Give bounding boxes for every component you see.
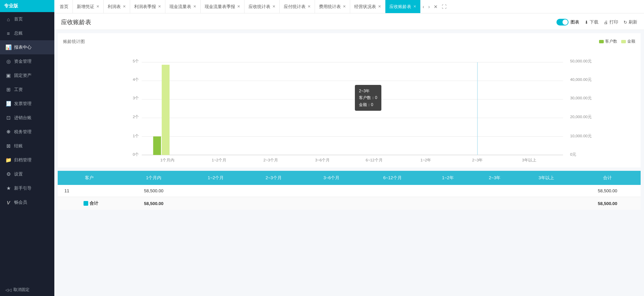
- close-icon[interactable]: ✕: [378, 4, 381, 9]
- close-icon[interactable]: ✕: [237, 4, 240, 9]
- member-icon: V: [5, 200, 11, 205]
- cell-m12: [361, 185, 425, 197]
- sidebar-item-invoice[interactable]: 🧾 发票管理: [0, 97, 54, 111]
- tab-next-button[interactable]: ›: [426, 0, 432, 13]
- unpin-icon: ◁◁: [5, 288, 11, 292]
- print-button[interactable]: 🖨 打印: [604, 19, 618, 25]
- tab-cashflow[interactable]: 现金流量表 ✕: [165, 0, 201, 13]
- svg-text:1~2年: 1~2年: [421, 158, 431, 162]
- toggle-label: 图表: [571, 19, 579, 25]
- bar-customer-1: [153, 137, 161, 155]
- chart-title: 账龄统计图: [63, 39, 635, 45]
- home-icon: ⌂: [5, 16, 11, 22]
- content-area: 应收账龄表 图表 ⬇ 下载 🖨 打印 ↻ 刷新: [54, 13, 644, 296]
- col-customer: 客户: [58, 171, 121, 185]
- sidebar-item-home[interactable]: ⌂ 首页: [0, 12, 54, 26]
- svg-text:30,000.00元: 30,000.00元: [570, 96, 592, 100]
- chart-container: 0个 1个 2个 3个 4个 5个 0元 10,000.00元 20,000.0…: [63, 48, 635, 162]
- col-m1: 1个月内: [121, 171, 187, 185]
- legend-amount-color: [621, 40, 626, 43]
- total-m12: [361, 197, 425, 210]
- close-icon[interactable]: ✕: [158, 4, 161, 9]
- sidebar-item-label: 进销台账: [14, 115, 32, 121]
- tab-close-button[interactable]: ✕: [432, 0, 440, 13]
- chart-toggle[interactable]: [556, 19, 569, 26]
- total-total: 58,500.00: [575, 197, 641, 210]
- sidebar-item-assets[interactable]: ▣ 固定资产: [0, 68, 54, 83]
- sidebar-item-label: 固定资产: [14, 72, 32, 79]
- close-icon[interactable]: ✕: [343, 4, 346, 9]
- guide-icon: ★: [5, 185, 11, 191]
- cell-m6: [303, 185, 361, 197]
- sidebar-item-settings[interactable]: ⚙ 设置: [0, 167, 54, 181]
- sidebar-item-member[interactable]: V 畅会员: [0, 195, 54, 209]
- unpin-button[interactable]: ◁◁ 取消固定: [0, 284, 54, 296]
- sidebar-item-guide[interactable]: ★ 新手引导: [0, 181, 54, 195]
- tab-expand-button[interactable]: ⛶: [440, 0, 448, 13]
- tab-business[interactable]: 经营状况表 ✕: [350, 0, 385, 13]
- svg-text:3~6个月: 3~6个月: [315, 158, 330, 162]
- sales-icon: ⊡: [5, 115, 11, 121]
- col-m3: 2~3个月: [245, 171, 303, 185]
- sidebar-item-label: 总账: [14, 30, 23, 36]
- tab-cashflow-quarter[interactable]: 现金流量表季报 ✕: [201, 0, 245, 13]
- assets-icon: ▣: [5, 72, 11, 79]
- sidebar-item-sales[interactable]: ⊡ 进销台账: [0, 111, 54, 125]
- sidebar-item-salary[interactable]: ⊞ 工资: [0, 83, 54, 97]
- close-icon[interactable]: ✕: [123, 4, 126, 9]
- col-m12: 6~12个月: [361, 171, 425, 185]
- col-above: 3年以上: [518, 171, 575, 185]
- legend-customer-color: [599, 40, 604, 43]
- svg-text:5个: 5个: [133, 59, 139, 63]
- col-m2: 1~2个月: [187, 171, 245, 185]
- download-button[interactable]: ⬇ 下载: [585, 19, 598, 25]
- svg-text:10,000.00元: 10,000.00元: [570, 134, 592, 138]
- svg-text:1个月内: 1个月内: [160, 158, 175, 162]
- tab-profit-quarter[interactable]: 利润表季报 ✕: [130, 0, 165, 13]
- tab-aging[interactable]: 应收账龄表 ✕: [385, 0, 421, 13]
- tab-profit[interactable]: 利润表 ✕: [104, 0, 130, 13]
- tab-prev-button[interactable]: ‹: [421, 0, 426, 13]
- close-icon[interactable]: ✕: [193, 4, 196, 9]
- archive-icon: 📁: [5, 157, 11, 163]
- svg-text:2个: 2个: [133, 114, 139, 119]
- svg-text:2~3年: 2~3年: [472, 158, 483, 162]
- refresh-button[interactable]: ↻ 刷新: [624, 19, 637, 25]
- sidebar-item-reports[interactable]: 📊 报表中心: [0, 40, 54, 54]
- tab-receivable-stat[interactable]: 应收统计表 ✕: [245, 0, 280, 13]
- table-row: 11 58,500.00 58,500.00: [58, 185, 641, 197]
- total-y3: [471, 197, 518, 210]
- col-total: 合计: [575, 171, 641, 185]
- sidebar-item-close[interactable]: ⊠ 结账: [0, 139, 54, 153]
- total-y2: [424, 197, 471, 210]
- sidebar-item-archive[interactable]: 📁 归档管理: [0, 153, 54, 167]
- tab-voucher[interactable]: 新增凭证 ✕: [73, 0, 104, 13]
- sidebar-item-label: 资金管理: [14, 58, 32, 64]
- sidebar-item-tax[interactable]: ❋ 税务管理: [0, 125, 54, 139]
- close-icon[interactable]: ✕: [96, 4, 99, 9]
- close-icon[interactable]: ✕: [272, 4, 275, 9]
- header-actions: 图表 ⬇ 下载 🖨 打印 ↻ 刷新: [556, 19, 637, 26]
- tab-home[interactable]: 首页: [56, 0, 73, 13]
- sidebar-item-label: 发票管理: [14, 101, 32, 107]
- col-y2: 1~2年: [424, 171, 471, 185]
- total-row: 合计 58,500.00 58,500.00: [58, 197, 641, 210]
- svg-text:0个: 0个: [133, 152, 139, 156]
- tab-expense-stat[interactable]: 费用统计表 ✕: [315, 0, 350, 13]
- svg-text:4个: 4个: [133, 77, 139, 82]
- sidebar-item-label: 结账: [14, 143, 23, 149]
- close-icon[interactable]: ✕: [308, 4, 311, 9]
- sidebar-item-label: 归档管理: [14, 157, 32, 163]
- sidebar-item-funds[interactable]: ◎ 资金管理: [0, 54, 54, 68]
- app-logo: 专业版: [0, 0, 54, 12]
- svg-text:0元: 0元: [570, 152, 577, 156]
- total-m3: [245, 197, 303, 210]
- total-icon: [84, 201, 88, 206]
- tab-payable-stat[interactable]: 应付统计表 ✕: [280, 0, 315, 13]
- page-title: 应收账龄表: [61, 18, 91, 26]
- total-label-cell: 合计: [58, 197, 121, 210]
- page-header: 应收账龄表 图表 ⬇ 下载 🖨 打印 ↻ 刷新: [54, 13, 644, 30]
- sidebar-item-ledger[interactable]: ≡ 总账: [0, 26, 54, 40]
- close-icon[interactable]: ✕: [413, 4, 416, 9]
- print-icon: 🖨: [604, 20, 608, 25]
